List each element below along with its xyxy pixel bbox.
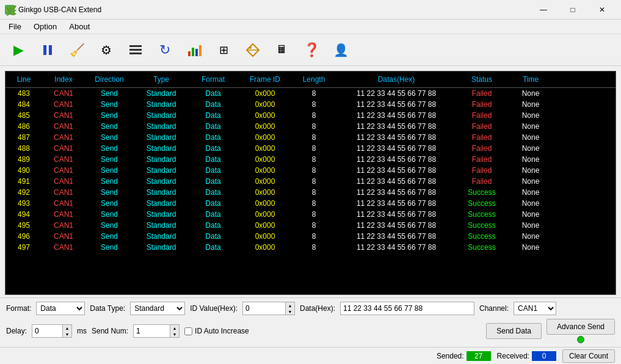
- table-cell: CAN1: [42, 133, 85, 142]
- table-row[interactable]: 493CAN1SendStandardData0x000811 22 33 44…: [5, 198, 616, 209]
- header-status: Status: [457, 74, 506, 85]
- table-row[interactable]: 491CAN1SendStandardData0x000811 22 33 44…: [5, 176, 616, 187]
- table-cell: 8: [292, 155, 335, 164]
- table-row[interactable]: 496CAN1SendStandardData0x000811 22 33 44…: [5, 231, 616, 242]
- table-row[interactable]: 497CAN1SendStandardData0x000811 22 33 44…: [5, 242, 616, 253]
- table-cell: CAN1: [42, 177, 85, 186]
- table-cell: 11 22 33 44 55 66 77 88: [335, 231, 457, 241]
- settings-button[interactable]: ⚙: [93, 37, 120, 64]
- table-cell: 0x000: [238, 177, 292, 186]
- table-cell: Send: [85, 133, 134, 142]
- autoincrease-label[interactable]: ID Auto Increase: [195, 327, 249, 335]
- format-label: Format:: [6, 304, 31, 313]
- table-row[interactable]: 488CAN1SendStandardData0x000811 22 33 44…: [5, 143, 616, 154]
- table-cell: 8: [292, 198, 335, 208]
- table-body[interactable]: 483CAN1SendStandardData0x000811 22 33 44…: [5, 88, 616, 294]
- menu-bar: File Option About: [0, 20, 621, 34]
- tag-button[interactable]: [239, 37, 266, 64]
- grid-button[interactable]: ⊞: [210, 37, 237, 64]
- header-index: Index: [42, 74, 85, 85]
- table-row[interactable]: 483CAN1SendStandardData0x000811 22 33 44…: [5, 88, 616, 99]
- header-format: Format: [189, 74, 238, 85]
- table-cell: 486: [5, 122, 42, 131]
- table-cell: Data: [189, 122, 238, 131]
- svg-rect-3: [129, 49, 142, 51]
- table-cell: Data: [189, 133, 238, 142]
- clear-count-button[interactable]: Clear Count: [562, 349, 615, 363]
- idvalue-down[interactable]: ▼: [286, 308, 294, 315]
- autoincrease-checkbox[interactable]: [184, 327, 192, 335]
- sendnum-up[interactable]: ▲: [170, 325, 179, 331]
- svg-rect-7: [195, 49, 198, 56]
- table-cell: Standard: [134, 198, 189, 208]
- close-button[interactable]: ✕: [588, 1, 616, 18]
- clear-button[interactable]: 🧹: [64, 37, 90, 64]
- pause-button[interactable]: [34, 37, 61, 64]
- table-cell: Failed: [457, 177, 506, 186]
- sendnum-label: Send Num:: [92, 327, 128, 335]
- minimize-button[interactable]: —: [529, 1, 557, 18]
- user-button[interactable]: 👤: [327, 37, 354, 64]
- delay-down[interactable]: ▼: [63, 331, 71, 337]
- idvalue-input[interactable]: [242, 302, 285, 315]
- menu-about[interactable]: About: [63, 21, 96, 32]
- table-cell: 0x000: [238, 155, 292, 164]
- help-button[interactable]: ❓: [298, 37, 325, 64]
- list-button[interactable]: [122, 37, 149, 64]
- table-cell: Data: [189, 231, 238, 241]
- table-cell: Data: [189, 89, 238, 98]
- table-cell: Standard: [134, 177, 189, 186]
- delay-label: Delay:: [6, 327, 27, 335]
- sendnum-down[interactable]: ▼: [170, 331, 179, 337]
- table-cell: Standard: [134, 209, 189, 219]
- table-cell: Standard: [134, 144, 189, 153]
- table-row[interactable]: 485CAN1SendStandardData0x000811 22 33 44…: [5, 110, 616, 121]
- delay-input[interactable]: [32, 324, 62, 338]
- table-cell: Failed: [457, 133, 506, 142]
- table-row[interactable]: 489CAN1SendStandardData0x000811 22 33 44…: [5, 154, 616, 165]
- table-cell: Data: [189, 242, 238, 252]
- table-cell: CAN1: [42, 89, 85, 98]
- svg-rect-1: [49, 45, 52, 55]
- table-cell: None: [506, 187, 555, 197]
- table-row[interactable]: 492CAN1SendStandardData0x000811 22 33 44…: [5, 187, 616, 198]
- chart-button[interactable]: [181, 37, 208, 64]
- delay-spinner: ▲ ▼: [32, 324, 72, 338]
- table-row[interactable]: 495CAN1SendStandardData0x000811 22 33 44…: [5, 220, 616, 231]
- menu-option[interactable]: Option: [27, 21, 63, 32]
- idvalue-label: ID Value(Hex):: [190, 304, 238, 313]
- channel-select[interactable]: CAN1 CAN2: [514, 302, 556, 315]
- table-cell: CAN1: [42, 242, 85, 252]
- refresh-button[interactable]: ↻: [151, 37, 178, 64]
- table-cell: 11 22 33 44 55 66 77 88: [335, 155, 457, 164]
- table-row[interactable]: 487CAN1SendStandardData0x000811 22 33 44…: [5, 132, 616, 143]
- datatype-select[interactable]: Standard Extended: [130, 302, 185, 315]
- calc-button[interactable]: 🖩: [269, 37, 296, 64]
- table-row[interactable]: 484CAN1SendStandardData0x000811 22 33 44…: [5, 99, 616, 110]
- maximize-button[interactable]: □: [559, 1, 587, 18]
- table-row[interactable]: 490CAN1SendStandardData0x000811 22 33 44…: [5, 165, 616, 176]
- channel-label: Channel:: [479, 304, 509, 313]
- delay-up[interactable]: ▲: [63, 325, 71, 331]
- menu-file[interactable]: File: [2, 21, 27, 32]
- table-cell: Success: [457, 220, 506, 230]
- table-cell: Success: [457, 242, 506, 252]
- table-cell: 11 22 33 44 55 66 77 88: [335, 220, 457, 230]
- sendnum-input[interactable]: [133, 324, 170, 338]
- table-row[interactable]: 494CAN1SendStandardData0x000811 22 33 44…: [5, 209, 616, 220]
- advance-send-button[interactable]: Advance Send: [547, 319, 615, 335]
- table-cell: 8: [292, 144, 335, 153]
- format-select[interactable]: Data Remote: [36, 302, 85, 315]
- table-cell: 8: [292, 122, 335, 131]
- idvalue-up[interactable]: ▲: [286, 302, 294, 308]
- table-cell: CAN1: [42, 122, 85, 131]
- table-cell: 11 22 33 44 55 66 77 88: [335, 209, 457, 219]
- table-cell: 487: [5, 133, 42, 142]
- sendnum-spinner: ▲ ▼: [133, 324, 180, 338]
- datahex-input[interactable]: [340, 302, 474, 315]
- table-cell: 0x000: [238, 133, 292, 142]
- status-bar: Sended: 27 Received: 0 Clear Count: [0, 347, 621, 364]
- table-row[interactable]: 486CAN1SendStandardData0x000811 22 33 44…: [5, 121, 616, 132]
- send-data-button[interactable]: Send Data: [486, 323, 542, 339]
- play-button[interactable]: ▶: [5, 37, 32, 64]
